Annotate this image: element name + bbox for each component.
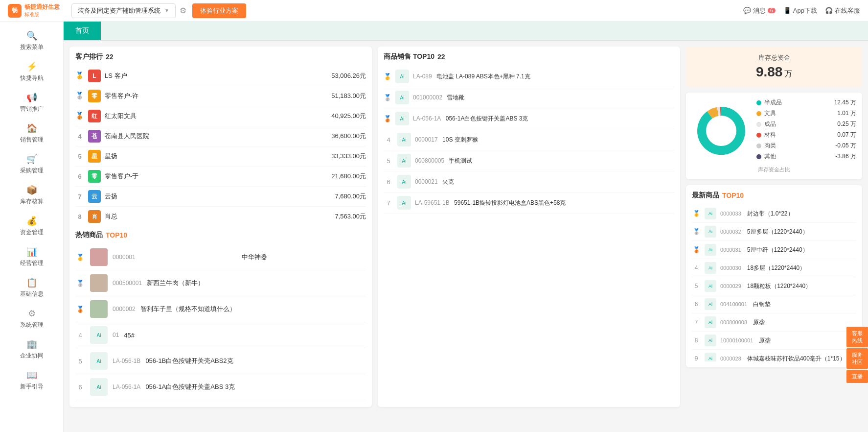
donut-chart — [692, 101, 751, 160]
customer-name-7: 云扬 — [105, 192, 331, 201]
system-name: 装备及固定资产辅助管理系统 — [78, 6, 160, 15]
basic-icon: 📋 — [26, 277, 37, 288]
customer-avatar-8: 肖 — [88, 210, 101, 223]
latest-code-8: 10000100001 — [720, 337, 753, 343]
header-right: 💬 消息 6 📱 App下载 🎧 在线客服 — [743, 6, 860, 15]
tab-bar: 首页 — [64, 22, 868, 41]
sidebar-item-search[interactable]: 🔍 搜索菜单 — [0, 25, 63, 56]
hot-rank-4: 4 — [75, 332, 85, 339]
latest-prod-icon-2: Ai — [705, 226, 716, 238]
customer-value-2: 51,183.00元 — [331, 92, 366, 100]
customer-value-5: 33,333.00元 — [331, 152, 366, 161]
hot-prod-name-6: 056-1A白色按键开关盖ABS 3克 — [145, 383, 366, 391]
main-content: 首页 客户排行 22 🥇 L LS 客户 53,006.26元 — [64, 22, 868, 432]
float-community[interactable]: 服务 社区 — [846, 348, 868, 369]
latest-name-5: 18颗粒板（1220*2440） — [747, 282, 856, 290]
message-button[interactable]: 💬 消息 6 — [743, 6, 776, 15]
hot-prod-item-2: 🥈 000500001 新西兰牛肉（新牛） — [75, 270, 366, 296]
trial-button[interactable]: 体验行业方案 — [192, 3, 246, 18]
latest-rank-7: 7 — [692, 319, 701, 326]
latest-code-3: 0000031 — [720, 247, 741, 253]
latest-name-8: 原垄 — [759, 336, 856, 345]
customer-value-4: 36,600.00元 — [331, 132, 366, 141]
sidebar-label-sales: 销售管理 — [20, 136, 44, 144]
prod-info-7: LA-59651-1B 59651-1B旋转投影灯电池盒ABS黑色+58克 — [415, 199, 674, 207]
customer-rank-item-5: 5 星 星扬 33,333.00元 — [75, 146, 366, 167]
hot-prod-img-2 — [90, 274, 108, 292]
latest-products-card: 最新商品 TOP10 🥇 Ai 0000033 封边带（1.0*22） 🥈 — [686, 185, 862, 367]
hot-products-title: 热销商品 TOP10 — [75, 231, 127, 240]
sidebar-label-system: 系统管理 — [20, 321, 44, 329]
latest-name-6: 白钢垫 — [753, 300, 856, 309]
medal-gold-icon: 🥇 — [75, 72, 84, 80]
sidebar-item-finance[interactable]: 💰 资金管理 — [0, 211, 63, 241]
latest-rank-1: 🥇 — [692, 210, 701, 217]
sidebar-item-purchase[interactable]: 🛒 采购管理 — [0, 149, 63, 180]
latest-name-4: 18多层（1220*2440） — [747, 264, 856, 272]
customer-rank-item-1: 🥇 L LS 客户 53,006.26元 — [75, 66, 366, 86]
customer-ranking-list: 🥇 L LS 客户 53,006.26元 🥈 零 零售客户-许 51,183.0… — [75, 66, 366, 223]
latest-code-1: 0000033 — [720, 211, 741, 216]
inventory-title: 库存总资金 — [694, 53, 854, 62]
latest-prod-item-8: 8 Ai 10000100001 原垄 — [692, 332, 856, 350]
legend-val-1: 12.45 万 — [834, 98, 856, 107]
hot-prod-name-3: 智利车子里（规格不知道填什么） — [140, 305, 366, 313]
customer-name-8: 肖总 — [105, 212, 331, 221]
app-download-button[interactable]: 📱 App下载 — [783, 6, 817, 15]
sidebar-label-search: 搜索菜单 — [20, 43, 44, 51]
sidebar-label-guide: 新手引导 — [20, 383, 44, 391]
hot-prod-code-1: 0000001 — [113, 254, 237, 261]
sidebar-item-enterprise[interactable]: 🏢 企业协同 — [0, 334, 63, 365]
customer-avatar-2: 零 — [88, 90, 101, 102]
customer-count-badge: 22 — [106, 53, 114, 61]
customer-name-1: LS 客户 — [105, 72, 327, 80]
rank-num-5: 5 — [75, 153, 84, 160]
sidebar-item-system[interactable]: ⚙ 系统管理 — [0, 303, 63, 334]
customer-value-8: 7,563.00元 — [335, 212, 366, 221]
sidebar-item-nav[interactable]: ⚡ 快捷导航 — [0, 56, 63, 87]
product-sales-header: 商品销售 TOP10 22 — [384, 52, 674, 61]
legend-item-5: 肉类 -0.05 万 — [756, 142, 856, 150]
hot-prod-name-5: 056-1B白色按键开关壳ABS2克 — [145, 357, 366, 365]
hot-rank-3: 🥉 — [75, 306, 85, 313]
system-selector[interactable]: 装备及固定资产辅助管理系统 ▼ — [71, 3, 176, 18]
sidebar-item-guide[interactable]: 📖 新手引导 — [0, 365, 63, 396]
legend-label-5: 肉类 — [764, 142, 832, 150]
medal-bronze-icon: 🥉 — [75, 112, 84, 120]
legend-label-6: 其他 — [764, 152, 832, 161]
svg-point-4 — [702, 111, 741, 150]
tab-home[interactable]: 首页 — [64, 22, 101, 40]
hot-prod-item-7: 7 Ai NB2.0X30B 2.0X30MM双搓花轴,搓花直径2.1MM/RO… — [75, 400, 366, 401]
hot-prod-icon-6: Ai — [90, 378, 108, 396]
service-icon: 🎧 — [825, 7, 833, 14]
sidebar-item-operation[interactable]: 📊 经营管理 — [0, 241, 63, 272]
sidebar-item-marketing[interactable]: 📢 营销推广 — [0, 87, 63, 118]
sidebar-item-sales[interactable]: 🏠 销售管理 — [0, 118, 63, 149]
customer-value-3: 40,925.00元 — [331, 112, 366, 120]
customer-name-3: 红太阳文具 — [105, 112, 327, 120]
float-customer-service[interactable]: 客服 热线 — [846, 327, 868, 347]
hot-prod-img-1 — [90, 248, 108, 266]
search-icon: 🔍 — [26, 30, 37, 41]
enterprise-icon: 🏢 — [26, 339, 37, 350]
prod-rank-item-1: 🥇 Ai LA-089 电池盖 LA-089 ABS本色+黑种 7.1克 — [384, 66, 674, 87]
latest-prod-item-5: 5 Ai 0000029 18颗粒板（1220*2440） — [692, 277, 856, 295]
sidebar-label-inventory: 库存核算 — [20, 197, 44, 206]
float-live[interactable]: 直播 — [846, 370, 868, 383]
online-service-button[interactable]: 🎧 在线客服 — [825, 6, 860, 15]
sidebar-item-inventory[interactable]: 📦 库存核算 — [0, 180, 63, 211]
prod-icon-3: Ai — [395, 112, 409, 125]
nav-icon: ⚡ — [26, 61, 37, 72]
settings-icon[interactable]: ⚙ — [180, 6, 186, 15]
hot-rank-6: 6 — [75, 384, 85, 391]
finance-icon: 💰 — [26, 216, 37, 226]
product-sales-title: 商品销售 TOP10 22 — [384, 52, 445, 61]
prod-rank-item-3: 🥉 Ai LA-056-1A 056-1A白色按键开关盖ABS 3克 — [384, 108, 674, 129]
top-header: 畅 畅捷通好生意 标准版 装备及固定资产辅助管理系统 ▼ ⚙ 体验行业方案 💬 … — [0, 0, 868, 22]
sidebar-item-basic[interactable]: 📋 基础信息 — [0, 272, 63, 303]
prod-icon-5: Ai — [397, 154, 411, 168]
hot-prod-item-6: 6 Ai LA-056-1A 056-1A白色按键开关盖ABS 3克 — [75, 374, 366, 400]
latest-rank-5: 5 — [692, 283, 701, 289]
sidebar-label-finance: 资金管理 — [20, 228, 44, 237]
inventory-summary: 库存总资金 9.88 万 — [686, 47, 862, 87]
